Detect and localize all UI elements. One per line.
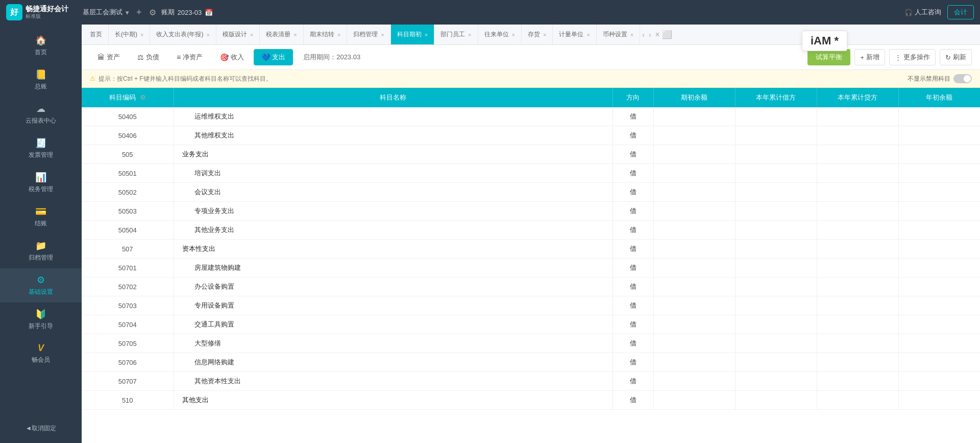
tab-tax-list[interactable]: 税表清册 ×: [260, 25, 303, 45]
cell-direction: 借: [612, 277, 653, 296]
cell-code: 50405: [82, 107, 174, 126]
tab-template[interactable]: 模版设计 ×: [216, 25, 260, 45]
help-button[interactable]: 🎧 人工咨询: [904, 8, 941, 17]
table-row[interactable]: 50504其他业务支出借: [82, 221, 980, 240]
tab-currency-close[interactable]: ×: [630, 32, 633, 38]
cell-year-begin: [898, 353, 980, 372]
tab-inventory-label: 存货: [528, 30, 540, 39]
calendar-icon[interactable]: 📅: [205, 9, 213, 16]
table-row[interactable]: 50705大型修缮借: [82, 334, 980, 353]
cell-ytd-debit: [735, 164, 817, 183]
cell-name: 其他业务支出: [174, 221, 612, 240]
tab-vendor[interactable]: 往来单位 ×: [478, 25, 522, 45]
table-row[interactable]: 50405运维维权支出借: [82, 107, 980, 126]
add-item-button[interactable]: + 新增: [854, 49, 885, 65]
sidebar-item-checkout[interactable]: 💳 结账: [0, 200, 82, 234]
sidebar-item-vip[interactable]: V 畅会员: [0, 337, 82, 370]
sub-tab-assets[interactable]: 🏛 资产: [90, 49, 128, 65]
refresh-button[interactable]: ↻ 刷新: [940, 49, 972, 65]
table-row[interactable]: 50703专用设备购置借: [82, 296, 980, 315]
tab-archive-close[interactable]: ×: [381, 32, 384, 38]
sidebar-label-archive: 归档管理: [29, 253, 53, 262]
balance-button[interactable]: 试算平衡: [807, 49, 850, 65]
col-name: 科目名称: [174, 88, 612, 107]
cell-ytd-debit: [735, 296, 817, 315]
tab-inventory-close[interactable]: ×: [543, 32, 546, 38]
show-disabled-toggle[interactable]: 不显示禁用科目: [908, 74, 972, 83]
cell-direction: 借: [612, 315, 653, 334]
table-row[interactable]: 510其他支出借: [82, 391, 980, 410]
table-row[interactable]: 50704交通工具购置借: [82, 315, 980, 334]
cell-ytd-debit: [735, 202, 817, 221]
sidebar-item-tax[interactable]: 📊 税务管理: [0, 166, 82, 200]
tab-archive[interactable]: 归档管理 ×: [347, 25, 390, 45]
tab-inventory[interactable]: 存货 ×: [522, 25, 553, 45]
tab-prev-button[interactable]: ‹: [640, 31, 647, 39]
top-right-area: 🎧 人工咨询 会计: [904, 5, 974, 19]
table-header-row: 科目编码 ⚙ 科目名称 方向 期初余额 本年累计借方 本年累计贷方 年初余额: [82, 88, 980, 107]
tab-period-end-close[interactable]: ×: [337, 32, 340, 38]
cell-name: 专用设备购置: [174, 296, 612, 315]
table-row[interactable]: 50706信息网络购建借: [82, 353, 980, 372]
tab-template-close[interactable]: ×: [250, 32, 253, 38]
table-row[interactable]: 50707其他资本性支出借: [82, 372, 980, 391]
sidebar-item-ledger[interactable]: 📒 总账: [0, 63, 82, 97]
cell-period-balance: [653, 202, 735, 221]
add-tab-button[interactable]: +: [134, 7, 144, 18]
tab-home[interactable]: 首页: [84, 25, 109, 45]
tab-mid-period[interactable]: 长(中期) ×: [109, 25, 150, 45]
tab-next-button[interactable]: ›: [647, 31, 653, 39]
sub-tab-expense[interactable]: 💙 支出: [254, 49, 293, 65]
settings-icon[interactable]: ⚙: [149, 8, 156, 17]
cell-period-balance: [653, 126, 735, 145]
sub-tab-liabilities[interactable]: ⚖ 负债: [130, 49, 167, 65]
sub-tab-income[interactable]: 🎯 收入: [212, 49, 252, 65]
table-row[interactable]: 50501培训支出借: [82, 164, 980, 183]
tab-dept-close[interactable]: ×: [468, 32, 471, 38]
tab-subject-init-close[interactable]: ×: [425, 32, 428, 38]
table-row[interactable]: 50503专项业务支出借: [82, 202, 980, 221]
tab-close-all-button[interactable]: ×: [655, 30, 660, 39]
tab-annual-report[interactable]: 收入支出表(年报) ×: [150, 25, 216, 45]
cell-name: 资本性支出: [174, 240, 612, 259]
table-row[interactable]: 505业务支出借: [82, 145, 980, 164]
account-button[interactable]: 会计: [947, 5, 974, 19]
cancel-pin-button[interactable]: ◄取消固定: [0, 418, 82, 439]
assets-icon: 🏛: [97, 53, 105, 61]
tab-subject-init[interactable]: 科目期初 ×: [391, 25, 434, 45]
tab-dept[interactable]: 部门员工 ×: [434, 25, 478, 45]
tab-unit-close[interactable]: ×: [586, 32, 590, 38]
tab-expand-button[interactable]: ⬜: [662, 30, 672, 39]
period-display-label: 启用期间：2023.03: [303, 53, 360, 62]
company-selector[interactable]: 基层工会测试 ▾: [83, 8, 129, 17]
col-settings-icon[interactable]: ⚙: [140, 94, 146, 101]
more-ops-button[interactable]: ⋮ 更多操作: [889, 49, 936, 65]
sub-tab-equity[interactable]: ≡ 净资产: [169, 49, 210, 65]
archive-icon: 📁: [35, 240, 46, 251]
table-row[interactable]: 50406其他维权支出借: [82, 126, 980, 145]
table-row[interactable]: 50702办公设备购置借: [82, 277, 980, 296]
table-row[interactable]: 507资本性支出借: [82, 240, 980, 259]
cell-ytd-credit: [817, 277, 898, 296]
more-icon: ⋮: [895, 54, 901, 61]
cell-code: 50705: [82, 334, 174, 353]
tab-mid-period-close[interactable]: ×: [140, 32, 143, 38]
toggle-switch[interactable]: [953, 74, 972, 83]
period-label: 账期: [161, 8, 175, 17]
tab-annual-report-close[interactable]: ×: [206, 32, 209, 38]
table-row[interactable]: 50502会议支出借: [82, 183, 980, 202]
tab-period-end[interactable]: 期末结转 ×: [304, 25, 347, 45]
sidebar-item-invoice[interactable]: 🧾 发票管理: [0, 131, 82, 166]
sidebar-item-settings[interactable]: ⚙ 基础设置: [0, 268, 82, 302]
sidebar-item-home[interactable]: 🏠 首页: [0, 29, 82, 63]
expense-icon: 💙: [261, 53, 270, 61]
table-row[interactable]: 50701房屋建筑物购建借: [82, 259, 980, 277]
sidebar-item-reports[interactable]: ☁ 云报表中心: [0, 97, 82, 131]
tab-unit[interactable]: 计量单位 ×: [553, 25, 596, 45]
tab-vendor-close[interactable]: ×: [512, 32, 515, 38]
sidebar-item-archive[interactable]: 📁 归档管理: [0, 234, 82, 268]
sidebar-label-guide: 新手引导: [29, 322, 53, 331]
tab-tax-list-close[interactable]: ×: [293, 32, 297, 38]
sidebar-item-guide[interactable]: 🔰 新手引导: [0, 302, 82, 337]
tab-currency[interactable]: 币种设置 ×: [597, 25, 640, 45]
